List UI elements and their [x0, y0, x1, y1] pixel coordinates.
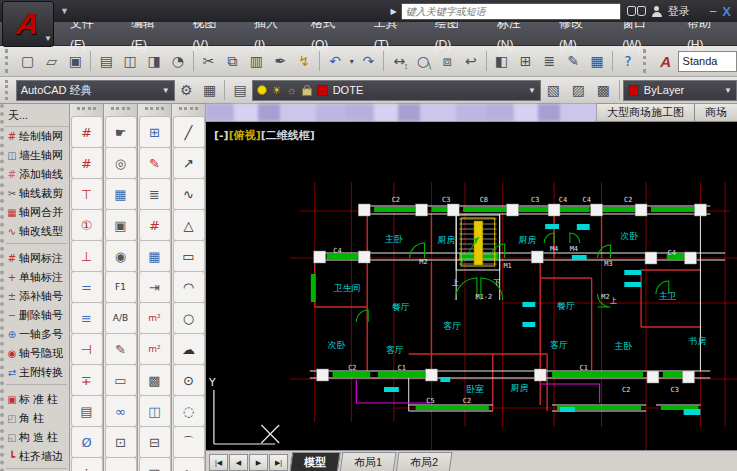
- toolbar-grip[interactable]: [179, 107, 199, 115]
- toolbar-grip[interactable]: [145, 107, 165, 115]
- paste-icon[interactable]: ▥: [245, 48, 269, 74]
- properties-palette-icon[interactable]: ◧: [490, 48, 514, 74]
- tab-布局2[interactable]: 布局2: [396, 452, 453, 471]
- axis-left-icon[interactable]: ⊣: [72, 334, 102, 364]
- pan-icon[interactable]: ↔↕: [387, 48, 411, 74]
- tab-布局1[interactable]: 布局1: [340, 452, 397, 471]
- f1-icon[interactable]: F1: [106, 272, 136, 302]
- workspace-save-button[interactable]: ▦: [198, 77, 221, 103]
- palette-item-axis-grid-icon[interactable]: #绘制轴网: [4, 127, 69, 146]
- print-icon[interactable]: ▤: [94, 48, 118, 74]
- area-icon[interactable]: m²: [140, 303, 170, 333]
- zoom-previous-icon[interactable]: ↩: [459, 48, 483, 74]
- axis-lines-icon[interactable]: ≡: [72, 303, 102, 333]
- table-icon[interactable]: ▦: [106, 179, 136, 209]
- undo-icon[interactable]: ↶: [323, 48, 347, 74]
- palette-item-axis-convert-icon[interactable]: ⇄主附转换: [4, 363, 69, 382]
- match-properties-icon[interactable]: ✒: [268, 48, 292, 74]
- minusbox-icon[interactable]: ⊟: [140, 427, 170, 457]
- palette-item-wall-axis-icon[interactable]: ◫墙生轴网: [4, 146, 69, 165]
- viewport-visual-style[interactable]: [二维线框]: [261, 129, 315, 142]
- ab-icon[interactable]: A/B: [106, 303, 136, 333]
- step-icon[interactable]: ⇥: [140, 272, 170, 302]
- axis-tool-icon[interactable]: #: [72, 117, 102, 147]
- palette-item-single-axis-dim-icon[interactable]: +单轴标注: [4, 268, 69, 287]
- color-combo[interactable]: ByLayer ▼: [623, 80, 737, 101]
- minimize-button[interactable]: –: [710, 4, 717, 18]
- point-hand-icon[interactable]: ☛: [106, 117, 136, 147]
- ellipse-icon[interactable]: ◌: [174, 396, 204, 426]
- axis-eq-icon[interactable]: =: [72, 272, 102, 302]
- viewport-view-control[interactable]: [俯视]: [229, 129, 261, 142]
- layer-combo[interactable]: ☀ ☼ DOTE ▼: [252, 80, 541, 101]
- search-expand-icon[interactable]: ▶: [390, 7, 396, 16]
- quick-plot-icon[interactable]: ↯: [292, 48, 316, 74]
- drawing-canvas[interactable]: [-][俯视][二维线框]: [206, 122, 737, 450]
- zoom-window-icon[interactable]: ⧈: [435, 48, 459, 74]
- layer-isolate-icon[interactable]: ▩: [591, 77, 616, 103]
- palette-item-column-align-icon[interactable]: ┗柱齐墙边: [4, 447, 69, 466]
- arc-icon[interactable]: ◠: [174, 272, 204, 302]
- palette-item-multi-axis-no-icon[interactable]: ⊕一轴多号: [4, 325, 69, 344]
- last-layout-button[interactable]: ▶|: [269, 454, 288, 471]
- app-logo-button[interactable]: A ▼: [2, 1, 54, 47]
- text-style-icon[interactable]: A: [654, 48, 678, 74]
- layer-properties-button[interactable]: ▤: [228, 77, 251, 103]
- workspace-settings-button[interactable]: ⚙: [175, 77, 198, 103]
- design-center-icon[interactable]: ⊞: [514, 48, 538, 74]
- quick-access-dropdown-icon[interactable]: ▼: [60, 6, 69, 16]
- palette-item-merge-axis-icon[interactable]: ▦轴网合并: [4, 203, 69, 222]
- frame-icon[interactable]: ▭: [106, 365, 136, 395]
- viewport-minimize[interactable]: [-]: [214, 129, 229, 142]
- rectangle-icon[interactable]: ▭: [174, 241, 204, 271]
- palette-item-corner-column-icon[interactable]: ◰角 柱: [4, 409, 69, 428]
- toolbar-grip[interactable]: [77, 107, 97, 115]
- palette-item-axis-no-toggle-icon[interactable]: ◉轴号隐现: [4, 344, 69, 363]
- layer-states-icon[interactable]: ▧: [541, 77, 566, 103]
- axis-dia-icon[interactable]: Ø: [72, 427, 102, 457]
- hatch-icon[interactable]: ▨: [140, 458, 170, 471]
- split-icon[interactable]: ◫: [140, 396, 170, 426]
- layer-on-icon[interactable]: [257, 85, 267, 95]
- print-preview-icon[interactable]: ◫: [118, 48, 142, 74]
- toolbar-grip[interactable]: [111, 107, 131, 115]
- spline-icon[interactable]: ∿: [174, 179, 204, 209]
- layer-previous-icon[interactable]: ▨: [566, 77, 591, 103]
- close-button[interactable]: X: [722, 4, 731, 19]
- arc3-icon[interactable]: ⌒: [174, 427, 204, 457]
- style-combo[interactable]: Standa: [678, 51, 737, 72]
- infinity-icon[interactable]: ∞: [106, 396, 136, 426]
- polygon-icon[interactable]: △: [174, 210, 204, 240]
- wave-icon[interactable]: ≈: [106, 458, 136, 471]
- xline-icon[interactable]: ↗: [174, 148, 204, 178]
- axis-dim2-icon[interactable]: #: [72, 148, 102, 178]
- toolbar-grip[interactable]: [643, 49, 651, 73]
- toolbar-grip[interactable]: [5, 49, 13, 73]
- layers3-icon[interactable]: ≣: [140, 179, 170, 209]
- drawing-tab-1[interactable]: 大型商场施工图: [596, 104, 694, 121]
- help-icon[interactable]: ?: [616, 48, 640, 74]
- search-binoculars-icon[interactable]: [627, 6, 646, 16]
- sheet-set-icon[interactable]: ≣: [538, 48, 562, 74]
- find-icon[interactable]: ◎: [106, 148, 136, 178]
- revcloud-icon[interactable]: ☁: [174, 334, 204, 364]
- search-input[interactable]: [401, 3, 621, 20]
- spline2-icon[interactable]: ∿: [174, 458, 204, 471]
- workspace-combo[interactable]: AutoCAD 经典 ▼: [16, 80, 175, 101]
- fill-icon[interactable]: ▩: [140, 365, 170, 395]
- axis-sheet-icon[interactable]: ▤: [72, 396, 102, 426]
- prev-layout-button[interactable]: ◀: [229, 454, 248, 471]
- layer-unlock-icon[interactable]: [302, 88, 312, 96]
- circle-icon[interactable]: ○: [174, 303, 204, 333]
- plot-icon[interactable]: ◨: [142, 48, 166, 74]
- undo-dropdown[interactable]: ▾: [347, 57, 357, 66]
- tab-模型[interactable]: 模型: [290, 452, 341, 471]
- layer-thaw-icon[interactable]: ☀: [272, 85, 282, 96]
- axis-dots-icon[interactable]: ⋮: [72, 458, 102, 471]
- palette-item-axis-linetype-icon[interactable]: ∿轴改线型: [4, 222, 69, 241]
- axis-num-icon[interactable]: ①: [72, 210, 102, 240]
- redo-icon[interactable]: ↷: [357, 48, 381, 74]
- area2-icon[interactable]: m²: [140, 334, 170, 364]
- viewport-controls[interactable]: [-][俯视][二维线框]: [214, 128, 315, 143]
- cut-icon[interactable]: ✂: [197, 48, 221, 74]
